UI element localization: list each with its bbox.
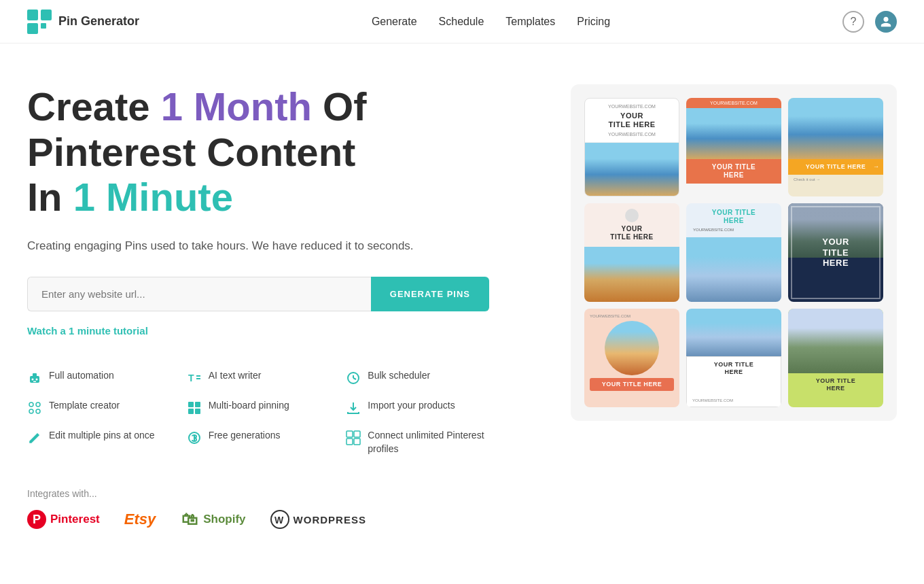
feature-edit-multiple-label: Edit multiple pins at once: [49, 429, 155, 443]
shopify-icon: 🛍: [180, 510, 199, 529]
svg-rect-21: [188, 409, 194, 414]
svg-rect-22: [195, 409, 200, 414]
pin-card-7: YOURWEBSITE.COM YOUR TITLE HERE: [584, 309, 679, 407]
nav-generate[interactable]: Generate: [372, 16, 417, 28]
feature-free-gen-label: Free generations: [209, 429, 281, 443]
edit-icon: [27, 430, 42, 445]
navbar: Pin Generator Generate Schedule Template…: [0, 0, 924, 44]
hero-subtitle: Creating engaging Pins used to take hour…: [27, 237, 489, 255]
feature-bulk-scheduler-label: Bulk scheduler: [368, 369, 430, 383]
shopify-text: Shopify: [203, 513, 245, 526]
feature-import-label: Import your products: [368, 399, 455, 413]
left-section: Create 1 Month Of Pinterest Content In 1…: [27, 84, 489, 529]
feature-import: Import your products: [346, 399, 489, 415]
pinterest-icon: P: [27, 510, 46, 529]
nav-links: Generate Schedule Templates Pricing: [372, 16, 610, 28]
url-input-row: GENERATE PINS: [27, 277, 489, 311]
pin-5-image: [686, 237, 781, 302]
svg-rect-26: [354, 431, 360, 437]
shopify-logo: 🛍 Shopify: [180, 510, 245, 529]
pin-8-image: [686, 309, 781, 356]
main-content: Create 1 Month Of Pinterest Content In 1…: [0, 44, 924, 556]
etsy-logo: Etsy: [124, 511, 156, 528]
svg-rect-0: [27, 10, 38, 20]
feature-automation-label: Full automation: [49, 369, 114, 383]
tutorial-link[interactable]: Watch a 1 minute tutorial: [27, 325, 148, 337]
pin-card-6: YOURTITLEHERE: [788, 203, 883, 302]
svg-rect-3: [41, 23, 46, 29]
feature-bulk-scheduler: Bulk scheduler: [346, 369, 489, 385]
pin-grid-section: YOURWEBSITE.COM YOURTITLE HERE YOURWEBSI…: [571, 84, 897, 421]
svg-line-14: [353, 378, 356, 379]
feature-connect-label: Connect unlimited Pinterest profiles: [368, 429, 489, 456]
pin-card-2: YOURWEBSITE.COM YOUR TITLEHERE: [686, 98, 781, 196]
feature-template: Template creator: [27, 399, 171, 415]
etsy-text: Etsy: [124, 511, 156, 528]
url-input[interactable]: [27, 277, 371, 311]
nav-icons: ?: [842, 11, 897, 33]
pinterest-logo: P Pinterest: [27, 510, 100, 529]
pin-3-image: [788, 98, 883, 159]
features-grid: Full automation T AI text writer Bulk sc…: [27, 369, 489, 456]
pin-4-image: [584, 247, 679, 302]
pin-7-circle-image: [605, 321, 659, 375]
help-button[interactable]: ?: [842, 11, 864, 33]
logo-icon: [27, 10, 52, 34]
feature-template-label: Template creator: [49, 399, 120, 413]
feature-automation: Full automation: [27, 369, 171, 385]
connect-icon: [346, 430, 361, 445]
feature-multi-board: Multi-board pinning: [187, 399, 330, 415]
pin-card-1: YOURWEBSITE.COM YOURTITLE HERE YOURWEBSI…: [584, 98, 679, 196]
svg-rect-8: [33, 381, 36, 383]
highlight-month: 1 Month: [161, 84, 312, 128]
feature-edit-multiple: Edit multiple pins at once: [27, 429, 171, 456]
pin-card-5: YOUR TITLEHERE YOURWEBSITE.COM: [686, 203, 781, 302]
pin-card-4: YOURTITLE HERE: [584, 203, 679, 302]
integrations-section: Integrates with... P Pinterest Etsy: [27, 488, 489, 529]
feature-connect: Connect unlimited Pinterest profiles: [346, 429, 489, 456]
feature-ai-text-label: AI text writer: [209, 369, 262, 383]
svg-point-7: [36, 379, 38, 381]
logo[interactable]: Pin Generator: [27, 10, 139, 34]
nav-schedule[interactable]: Schedule: [439, 16, 484, 28]
svg-text:P: P: [33, 513, 41, 526]
user-icon: [880, 16, 892, 28]
feature-free-gen: Free generations: [187, 429, 330, 456]
pin-card-9: YOUR TITLEHERE: [788, 309, 883, 407]
svg-rect-20: [195, 402, 200, 407]
dollar-icon: [187, 430, 202, 445]
svg-point-6: [32, 379, 34, 381]
logos-row: P Pinterest Etsy 🛍 Shopify: [27, 510, 489, 529]
clock-icon: [346, 371, 361, 385]
robot-icon: [27, 371, 42, 385]
svg-rect-19: [188, 402, 194, 407]
svg-text:T: T: [188, 373, 194, 383]
pinterest-text: Pinterest: [50, 513, 100, 526]
svg-point-16: [36, 402, 40, 407]
highlight-minute: 1 Minute: [73, 175, 233, 219]
pin-card-8: YOUR TITLEHERE YOURWEBSITE.COM: [686, 309, 781, 407]
svg-rect-2: [27, 23, 38, 34]
text-icon: T: [187, 371, 202, 385]
hero-title: Create 1 Month Of Pinterest Content In 1…: [27, 84, 489, 220]
svg-rect-25: [346, 431, 353, 437]
wordpress-icon: W: [270, 510, 289, 529]
svg-point-17: [29, 409, 33, 413]
nav-pricing[interactable]: Pricing: [577, 16, 610, 28]
svg-rect-5: [33, 373, 37, 377]
wordpress-text: WordPress: [294, 514, 366, 526]
user-avatar[interactable]: [875, 11, 897, 33]
feature-ai-text: T AI text writer: [187, 369, 330, 385]
svg-text:W: W: [274, 515, 284, 526]
pin-card-3: YOUR TITLE HERE → Check it out →: [788, 98, 883, 196]
pin-1-image: [585, 143, 679, 196]
pin-9-image: [788, 309, 883, 373]
feature-multi-board-label: Multi-board pinning: [209, 399, 289, 413]
svg-rect-28: [354, 439, 360, 445]
grid-icon: [187, 400, 202, 415]
generate-button[interactable]: GENERATE PINS: [371, 277, 489, 311]
svg-text:🛍: 🛍: [181, 510, 198, 528]
logo-text: Pin Generator: [58, 14, 139, 29]
import-icon: [346, 400, 361, 415]
nav-templates[interactable]: Templates: [505, 16, 555, 28]
